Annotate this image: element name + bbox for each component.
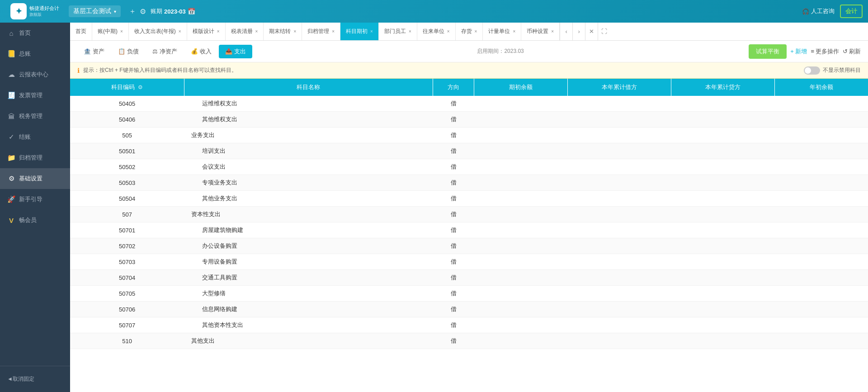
cell-debit xyxy=(567,222,671,238)
company-selector[interactable]: 基层工会测试 ▾ xyxy=(69,5,121,17)
sidebar-item-home[interactable]: ⌂ 首页 xyxy=(0,23,70,43)
tab-label-period-end: 期末结转 xyxy=(269,28,291,35)
more-button[interactable]: ≡ 更多操作 xyxy=(811,47,839,56)
tab-dept[interactable]: 部门员工 × xyxy=(379,23,417,40)
tab-close-template[interactable]: × xyxy=(217,29,220,34)
subtab-label-income: 收入 xyxy=(200,47,212,56)
tab-close-income[interactable]: × xyxy=(179,29,181,34)
table-row[interactable]: 50707其他资本性支出借 xyxy=(70,317,868,333)
sidebar-item-settings[interactable]: ⚙ 基础设置 xyxy=(0,168,70,189)
column-settings-icon[interactable]: ⚙ xyxy=(138,84,143,90)
tab-close-currency[interactable]: × xyxy=(551,29,554,34)
tab-home[interactable]: 首页 xyxy=(70,23,92,40)
tab-period[interactable]: 账(中期) × xyxy=(92,23,129,40)
cell-credit xyxy=(671,317,774,333)
subtab-income[interactable]: 💰 收入 xyxy=(184,45,218,58)
cell-code: 50405 xyxy=(70,96,184,112)
tab-nav-left[interactable]: ‹ xyxy=(560,23,572,40)
tab-close-subject-init[interactable]: × xyxy=(370,29,373,34)
add-button[interactable]: + 新增 xyxy=(790,47,807,56)
table-row[interactable]: 50704交通工具购置借 xyxy=(70,270,868,286)
tab-close-period-end[interactable]: × xyxy=(293,29,296,34)
tab-close-all[interactable]: ✕ xyxy=(585,23,598,40)
sidebar-item-guide[interactable]: 🚀 新手引导 xyxy=(0,189,70,210)
cell-opening xyxy=(474,254,567,270)
tab-tax[interactable]: 税表清册 × xyxy=(226,23,264,40)
account-button[interactable]: 会计 xyxy=(840,5,863,18)
balance-button[interactable]: 试算平衡 xyxy=(749,44,787,59)
refresh-button[interactable]: ↺ 刷新 xyxy=(843,47,861,56)
tab-measure[interactable]: 计量单位 × xyxy=(483,23,521,40)
expense-icon: 📤 xyxy=(225,48,232,55)
table-row[interactable]: 50501培训支出借 xyxy=(70,143,868,159)
cell-debit xyxy=(567,175,671,191)
sidebar-item-member[interactable]: V 畅会员 xyxy=(0,210,70,231)
cell-credit xyxy=(671,254,774,270)
table-row[interactable]: 50406其他维权支出借 xyxy=(70,112,868,128)
cell-direction: 借 xyxy=(433,143,474,159)
tab-maximize[interactable]: ⛶ xyxy=(598,23,610,40)
table-row[interactable]: 50504其他业务支出借 xyxy=(70,191,868,207)
tab-close-inventory[interactable]: × xyxy=(475,29,477,34)
sidebar-item-invoice[interactable]: 🧾 发票管理 xyxy=(0,85,70,106)
tab-income[interactable]: 收入支出表(年报) × xyxy=(129,23,187,40)
table-row[interactable]: 50705大型修缮借 xyxy=(70,286,868,302)
calendar-icon[interactable]: 📅 xyxy=(188,8,195,15)
tab-close-measure[interactable]: × xyxy=(513,29,515,34)
cell-debit xyxy=(567,207,671,222)
subtab-expense[interactable]: 📤 支出 xyxy=(219,45,252,58)
cell-direction: 借 xyxy=(433,317,474,333)
cloud-icon: ☁ xyxy=(7,71,15,79)
app-name: 畅捷通好会计 xyxy=(29,5,59,12)
data-table: 科目编码 ⚙ 科目名称 方向 期初余额 本年累计借方 本年累计贷方 年初余额 5… xyxy=(70,79,868,349)
table-row[interactable]: 50503专项业务支出借 xyxy=(70,175,868,191)
cell-code: 50406 xyxy=(70,112,184,128)
tab-currency[interactable]: 币种设置 × xyxy=(521,23,560,40)
cell-debit xyxy=(567,286,671,302)
toggle-disabled[interactable] xyxy=(804,66,820,75)
sidebar-item-reports[interactable]: ☁ 云报表中心 xyxy=(0,64,70,85)
table-row[interactable]: 50703专用设备购置借 xyxy=(70,254,868,270)
tab-close-period[interactable]: × xyxy=(120,29,123,34)
table-row[interactable]: 50701房屋建筑物购建借 xyxy=(70,222,868,238)
tab-label-subject-init: 科目期初 xyxy=(346,28,368,35)
subtab-liability[interactable]: 📋 负债 xyxy=(112,45,145,58)
tab-close-unit[interactable]: × xyxy=(447,29,450,34)
table-row[interactable]: 50706信息网络购建借 xyxy=(70,302,868,317)
settings-icon[interactable]: ⚙ xyxy=(140,7,146,16)
tab-close-archive[interactable]: × xyxy=(332,29,335,34)
tab-inventory[interactable]: 存货 × xyxy=(456,23,483,40)
cancel-fixed-button[interactable]: ◄取消固定 xyxy=(0,371,70,387)
member-icon: V xyxy=(7,217,15,224)
sidebar-item-tax[interactable]: 🏛 税务管理 xyxy=(0,106,70,127)
add-tab-icon[interactable]: ＋ xyxy=(129,7,136,16)
service-button[interactable]: 🎧 人工咨询 xyxy=(802,7,835,15)
table-row[interactable]: 50702办公设备购置借 xyxy=(70,238,868,254)
sidebar-item-archive[interactable]: 📁 归档管理 xyxy=(0,147,70,168)
tab-close-tax[interactable]: × xyxy=(255,29,258,34)
subtab-netasset[interactable]: ⚖ 净资产 xyxy=(146,45,184,58)
cell-direction: 借 xyxy=(433,254,474,270)
tab-close-dept[interactable]: × xyxy=(409,29,411,34)
cell-credit xyxy=(671,191,774,207)
tab-template[interactable]: 模版设计 × xyxy=(187,23,226,40)
table-row[interactable]: 50502会议支出借 xyxy=(70,159,868,175)
table-row[interactable]: 50405运维维权支出借 xyxy=(70,96,868,112)
tab-unit[interactable]: 往来单位 × xyxy=(417,23,456,40)
tab-archive[interactable]: 归档管理 × xyxy=(302,23,340,40)
table-row[interactable]: 505业务支出借 xyxy=(70,128,868,143)
table-row[interactable]: 507资本性支出借 xyxy=(70,207,868,222)
table-row[interactable]: 510其他支出借 xyxy=(70,333,868,349)
tab-nav-right[interactable]: › xyxy=(572,23,585,40)
subtab-label-liability: 负债 xyxy=(127,47,139,56)
sidebar-item-ledger[interactable]: 📒 总账 xyxy=(0,43,70,64)
tab-subject-init[interactable]: 科目期初 × xyxy=(340,23,379,40)
subtab-asset[interactable]: 🏦 资产 xyxy=(77,45,111,58)
tab-period-end[interactable]: 期末结转 × xyxy=(264,23,302,40)
cell-name: 信息网络购建 xyxy=(184,302,433,317)
subject-table[interactable]: 科目编码 ⚙ 科目名称 方向 期初余额 本年累计借方 本年累计贷方 年初余额 5… xyxy=(70,79,868,392)
sidebar-label-home: 首页 xyxy=(19,29,31,37)
tab-label-currency: 币种设置 xyxy=(527,28,548,35)
sidebar-item-checkout[interactable]: ✓ 结账 xyxy=(0,127,70,147)
cell-code: 50504 xyxy=(70,191,184,207)
